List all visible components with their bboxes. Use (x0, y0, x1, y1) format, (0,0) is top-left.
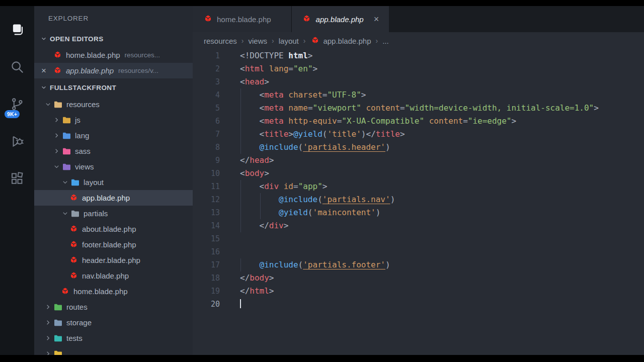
code-text: </html> (220, 285, 274, 298)
search-icon[interactable] (0, 48, 34, 85)
code-line[interactable]: 16 (193, 245, 644, 258)
code-line[interactable]: 19</html> (193, 285, 644, 298)
tree-item-label: header.blade.php (82, 256, 140, 264)
tree-file-header-blade-php[interactable]: header.blade.php (34, 252, 193, 268)
laravel-icon (302, 15, 312, 23)
code-text: <head> (220, 75, 269, 88)
tree-folder-partials[interactable]: partials (34, 206, 193, 221)
line-number: 13 (193, 206, 220, 219)
tree-item-label: layout (84, 178, 104, 187)
tree-folder-tests[interactable]: tests (34, 330, 193, 346)
code-line[interactable]: 18</body> (193, 272, 644, 285)
open-editors-label: OPEN EDITORS (50, 35, 104, 43)
tree-folder-routes[interactable]: routes (34, 299, 193, 315)
tree-folder-js[interactable]: js (34, 112, 193, 128)
close-icon[interactable]: × (41, 66, 52, 75)
laravel-icon (68, 256, 78, 264)
code-text: </head> (220, 154, 274, 167)
tree-file-home-blade-php[interactable]: home.blade.php (34, 284, 193, 299)
code-line[interactable]: 4 <meta charset="UTF-8"> (193, 88, 644, 102)
editor-tab-app-blade-php[interactable]: app.blade.php× (292, 6, 389, 32)
tree-folder-views[interactable]: views (34, 159, 193, 174)
code-text: @include('partials.nav') (220, 193, 395, 206)
breadcrumb-label: app.blade.php (323, 37, 371, 45)
chevron-down-icon (39, 84, 48, 90)
file-tree: resources js lang sass views layout app.… (34, 97, 193, 361)
chevron-down-icon (43, 101, 53, 108)
tree-folder-layout[interactable]: layout (34, 174, 193, 190)
extensions-icon[interactable] (0, 160, 34, 197)
breadcrumb-label: resources (204, 37, 237, 45)
tree-file-app-blade-php[interactable]: app.blade.php (34, 190, 193, 206)
tab-label: app.blade.php (316, 15, 364, 24)
tree-folder-resources[interactable]: resources (34, 97, 193, 112)
source-control-icon[interactable]: 9K+ (0, 85, 34, 123)
chevron-right-icon (43, 304, 53, 310)
code-text (220, 232, 240, 245)
open-editor-item-home-blade-php[interactable]: home.blade.phpresources... (34, 47, 193, 63)
line-number: 20 (193, 298, 220, 311)
breadcrumb-label: layout (279, 37, 299, 45)
code-line[interactable]: 2<html lang="en"> (193, 62, 644, 75)
workspace-header[interactable]: FULLSTACKFRONT (34, 78, 193, 97)
laravel-icon (68, 225, 78, 233)
tree-file-nav-blade-php[interactable]: nav.blade.php (34, 268, 193, 284)
editor-tab-home-blade-php[interactable]: home.blade.php (193, 6, 292, 32)
tree-item-label: routes (66, 303, 88, 311)
code-line[interactable]: 15 (193, 232, 644, 245)
explorer-title: EXPLORER (34, 6, 193, 30)
code-line[interactable]: 17 @include('partials.footer') (193, 258, 644, 272)
code-line[interactable]: 10<body> (193, 167, 644, 180)
folder-icon (53, 304, 63, 311)
code-text (220, 245, 240, 258)
workbench: 9K+ EXPLORER (0, 6, 644, 362)
tree-folder-sass[interactable]: sass (34, 143, 193, 159)
breadcrumb-item-layout[interactable]: layout (279, 37, 299, 45)
line-number: 5 (193, 102, 220, 115)
letterbox-top (0, 0, 644, 6)
tree-folder-storage[interactable]: storage (34, 315, 193, 330)
chevron-down-icon (60, 210, 70, 217)
breadcrumb-separator-icon: › (303, 37, 306, 45)
code-editor[interactable]: 1<!DOCTYPE html>2<html lang="en">3<head>… (193, 49, 644, 362)
tab-label: home.blade.php (217, 15, 271, 24)
code-line[interactable]: 3<head> (193, 75, 644, 88)
tab-close-icon[interactable]: × (374, 15, 379, 24)
code-line[interactable]: 7 <title>@yield('title')</title> (193, 128, 644, 141)
breadcrumb-item-views[interactable]: views (249, 37, 268, 45)
code-line[interactable]: 11 <div id="app"> (193, 180, 644, 193)
code-text: <html lang="en"> (220, 62, 317, 75)
chevron-down-icon (39, 36, 48, 42)
laravel-icon (60, 288, 70, 296)
breadcrumb-item-resources[interactable]: resources (204, 37, 237, 45)
tree-folder-lang[interactable]: lang (34, 128, 193, 143)
explorer-icon[interactable] (0, 11, 34, 48)
code-text: <title>@yield('title')</title> (220, 128, 405, 141)
code-line[interactable]: 20 (193, 298, 644, 311)
code-line[interactable]: 1<!DOCTYPE html> (193, 49, 644, 62)
code-line[interactable]: 6 <meta http-equiv="X-UA-Compatible" con… (193, 115, 644, 128)
line-number: 10 (193, 167, 220, 180)
laravel-icon (68, 194, 78, 202)
letterbox-bottom (0, 355, 644, 362)
run-debug-icon[interactable] (0, 123, 34, 160)
open-editor-item-app-blade-php[interactable]: × app.blade.phpresources/v... (34, 63, 193, 78)
code-line[interactable]: 8 @include('partials.header') (193, 141, 644, 154)
code-line[interactable]: 13 @yield('maincontent') (193, 206, 644, 219)
code-line[interactable]: 12 @include('partials.nav') (193, 193, 644, 206)
tree-file-footer-blade-php[interactable]: footer.blade.php (34, 237, 193, 252)
code-line[interactable]: 9</head> (193, 154, 644, 167)
code-text: </body> (220, 272, 274, 285)
folder-icon (70, 179, 80, 186)
line-number: 19 (193, 285, 220, 298)
breadcrumb-item-item[interactable]: ... (382, 37, 389, 45)
tree-file-about-blade-php[interactable]: about.blade.php (34, 221, 193, 237)
code-text: <meta name="viewport" content="width=dev… (220, 102, 599, 115)
code-line[interactable]: 5 <meta name="viewport" content="width=d… (193, 102, 644, 115)
line-number: 4 (193, 88, 220, 102)
open-editors-header[interactable]: OPEN EDITORS (34, 30, 193, 47)
line-number: 18 (193, 272, 220, 285)
breadcrumb-item-app-blade-php[interactable]: app.blade.php (310, 37, 371, 45)
code-line[interactable]: 14 </div> (193, 219, 644, 232)
workspace-label: FULLSTACKFRONT (50, 84, 116, 92)
